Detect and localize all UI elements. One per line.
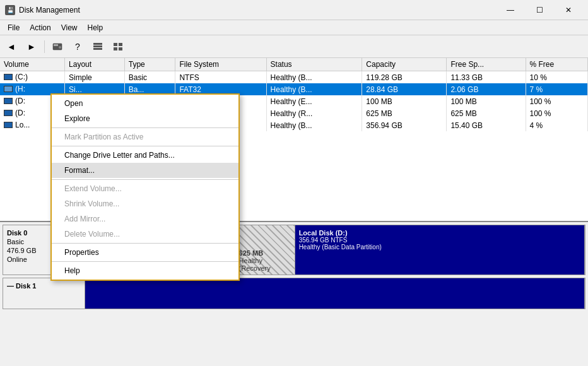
disk-1-row: — Disk 1 bbox=[3, 278, 585, 309]
cell-free: 100 MB bbox=[447, 95, 526, 107]
svg-rect-3 bbox=[93, 43, 102, 45]
ctx-extend: Extend Volume... bbox=[52, 181, 238, 196]
cell-status: Healthy (B... bbox=[266, 71, 362, 84]
cell-capacity: 119.28 GB bbox=[362, 71, 447, 84]
cell-free: 625 MB bbox=[447, 107, 526, 119]
cell-capacity: 28.84 GB bbox=[362, 83, 447, 95]
menu-file[interactable]: File bbox=[3, 22, 25, 33]
ctx-add-mirror: Add Mirror... bbox=[52, 211, 238, 227]
toolbar-view1-button[interactable] bbox=[89, 38, 107, 55]
col-filesystem: File System bbox=[175, 58, 266, 71]
cell-capacity: 625 MB bbox=[362, 107, 447, 119]
cell-free: 15.40 GB bbox=[447, 119, 526, 131]
svg-rect-9 bbox=[119, 47, 122, 50]
disk-icon bbox=[4, 74, 13, 80]
svg-rect-1 bbox=[54, 44, 58, 46]
disk-1-label: — Disk 1 bbox=[3, 278, 85, 309]
svg-rect-7 bbox=[119, 43, 122, 46]
window-controls: — ☐ ✕ bbox=[496, 0, 583, 20]
col-pct: % Free bbox=[526, 58, 588, 71]
svg-rect-8 bbox=[114, 47, 117, 50]
col-layout: Layout bbox=[65, 58, 125, 71]
ctx-delete: Delete Volume... bbox=[52, 227, 238, 242]
ctx-change-letter[interactable]: Change Drive Letter and Paths... bbox=[52, 148, 238, 163]
ctx-sep-1 bbox=[52, 127, 238, 128]
partition-0-4-name: Local Disk (D:) bbox=[299, 229, 580, 237]
partition-0-3-status: Healthy (Recovery bbox=[239, 257, 291, 272]
disk-icon bbox=[4, 122, 13, 128]
cell-layout: Simple bbox=[65, 71, 125, 84]
ctx-shrink: Shrink Volume... bbox=[52, 196, 238, 211]
disk-icon bbox=[4, 86, 13, 92]
ctx-properties[interactable]: Properties bbox=[52, 245, 238, 260]
disk-1-partitions bbox=[85, 278, 585, 309]
cell-volume: (C:) bbox=[0, 71, 65, 84]
cell-pct: 4 % bbox=[526, 119, 588, 131]
toolbar: ◄ ► ? bbox=[0, 35, 588, 58]
maximize-button[interactable]: ☐ bbox=[525, 0, 554, 20]
menu-action[interactable]: Action bbox=[25, 22, 56, 33]
toolbar-help-button[interactable]: ? bbox=[69, 38, 86, 55]
table-header-row: Volume Layout Type File System Status Ca… bbox=[0, 58, 588, 71]
app-icon: 💾 bbox=[5, 5, 15, 15]
cell-pct: 7 % bbox=[526, 83, 588, 95]
cell-status: Healthy (R... bbox=[266, 107, 362, 119]
svg-rect-6 bbox=[114, 43, 117, 46]
svg-point-2 bbox=[59, 46, 61, 49]
menu-bar: File Action View Help bbox=[0, 20, 588, 35]
title-bar: 💾 Disk Management — ☐ ✕ bbox=[0, 0, 588, 20]
disk-1-name: — Disk 1 bbox=[7, 282, 81, 290]
minimize-button[interactable]: — bbox=[496, 0, 525, 20]
cell-status: Healthy (B... bbox=[266, 83, 362, 95]
partition-0-4[interactable]: Local Disk (D:) 356.94 GB NTFS Healthy (… bbox=[295, 225, 585, 274]
cell-pct: 100 % bbox=[526, 107, 588, 119]
close-button[interactable]: ✕ bbox=[554, 0, 583, 20]
ctx-explore[interactable]: Explore bbox=[52, 111, 238, 126]
disk-icon bbox=[4, 110, 13, 116]
partition-0-4-size: 356.94 GB NTFS bbox=[299, 237, 580, 244]
cell-type: Basic bbox=[124, 71, 175, 84]
cell-pct: 100 % bbox=[526, 95, 588, 107]
ctx-mark-active: Mark Partition as Active bbox=[52, 129, 238, 145]
partition-0-4-status: Healthy (Basic Data Partition) bbox=[299, 244, 580, 251]
cell-free: 11.33 GB bbox=[447, 71, 526, 84]
col-capacity: Capacity bbox=[362, 58, 447, 71]
col-type: Type bbox=[124, 58, 175, 71]
cell-capacity: 356.94 GB bbox=[362, 119, 447, 131]
context-menu: Open Explore Mark Partition as Active Ch… bbox=[50, 93, 240, 281]
col-volume: Volume bbox=[0, 58, 65, 71]
ctx-sep-5 bbox=[52, 261, 238, 262]
partition-1-1[interactable] bbox=[85, 278, 585, 309]
toolbar-view2-button[interactable] bbox=[109, 38, 127, 55]
col-status: Status bbox=[266, 58, 362, 71]
cell-status: Healthy (B... bbox=[266, 119, 362, 131]
menu-view[interactable]: View bbox=[56, 22, 83, 33]
cell-status: Healthy (E... bbox=[266, 95, 362, 107]
partition-0-3[interactable]: 625 MB Healthy (Recovery bbox=[235, 225, 295, 274]
svg-rect-4 bbox=[93, 45, 102, 47]
ctx-sep-2 bbox=[52, 146, 238, 146]
menu-help[interactable]: Help bbox=[83, 22, 109, 33]
forward-button[interactable]: ► bbox=[23, 38, 40, 55]
partition-0-3-size: 625 MB bbox=[239, 249, 291, 257]
ctx-format[interactable]: Format... bbox=[52, 163, 238, 178]
ctx-open[interactable]: Open bbox=[52, 96, 238, 111]
ctx-help[interactable]: Help bbox=[52, 263, 238, 278]
table-row[interactable]: (C:) Simple Basic NTFS Healthy (B... 119… bbox=[0, 71, 588, 84]
cell-pct: 10 % bbox=[526, 71, 588, 84]
ctx-sep-3 bbox=[52, 179, 238, 180]
svg-rect-5 bbox=[93, 48, 102, 50]
col-free: Free Sp... bbox=[447, 58, 526, 71]
toolbar-disk-button[interactable] bbox=[49, 38, 66, 55]
disk-icon bbox=[4, 98, 13, 104]
ctx-sep-4 bbox=[52, 243, 238, 244]
window-title: Disk Management bbox=[19, 6, 496, 15]
cell-fs: NTFS bbox=[175, 71, 266, 84]
back-button[interactable]: ◄ bbox=[3, 38, 20, 55]
cell-capacity: 100 MB bbox=[362, 95, 447, 107]
toolbar-sep-1 bbox=[44, 40, 45, 53]
cell-free: 2.06 GB bbox=[447, 83, 526, 95]
